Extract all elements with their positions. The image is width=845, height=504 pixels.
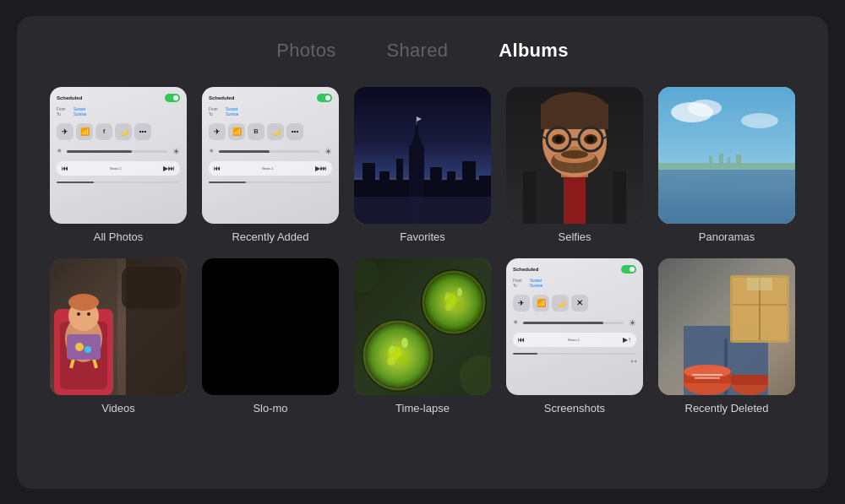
cc-to-value-3: Sunrise bbox=[530, 284, 542, 288]
nav-item-photos[interactable]: Photos bbox=[276, 40, 335, 62]
cc-media-controls: ⏮ Beats 1 ▶ ⏭ bbox=[57, 161, 180, 176]
album-label-favorites: Favorites bbox=[400, 230, 444, 243]
cc-airplane-icon: ✈ bbox=[57, 123, 74, 140]
svg-point-62 bbox=[75, 343, 84, 351]
svg-rect-46 bbox=[719, 154, 723, 165]
cc-toggle bbox=[165, 94, 180, 102]
album-thumb-all-photos: Scheduled From Sunset To Sunrise bbox=[50, 87, 187, 224]
album-label-screenshots: Screenshots bbox=[544, 402, 605, 415]
cc-toggle-2 bbox=[317, 94, 332, 102]
cc-close-icon: ✕ bbox=[571, 295, 588, 312]
album-thumb-selfies bbox=[506, 87, 643, 224]
albums-row-2: Videos Slo-mo bbox=[57, 258, 788, 415]
svg-rect-65 bbox=[122, 267, 181, 309]
album-slomo[interactable]: Slo-mo bbox=[202, 258, 339, 415]
album-label-selfies: Selfies bbox=[558, 230, 591, 243]
svg-point-80 bbox=[445, 304, 452, 311]
panoramas-svg bbox=[658, 87, 795, 224]
brightness-icon-2: ☀ bbox=[209, 148, 214, 154]
nav-item-albums[interactable]: Albums bbox=[499, 40, 568, 62]
cc-to-label-3: To bbox=[513, 284, 526, 288]
album-label-panoramas: Panoramas bbox=[699, 230, 755, 243]
album-thumb-slomo bbox=[202, 258, 339, 395]
cc-from-value-3: Sunset bbox=[530, 279, 542, 283]
album-thumb-recently-deleted bbox=[658, 258, 795, 395]
svg-rect-93 bbox=[731, 375, 768, 385]
svg-rect-47 bbox=[728, 157, 730, 165]
albums-row-1: Scheduled From Sunset To Sunrise bbox=[57, 87, 788, 243]
album-thumb-panoramas bbox=[658, 87, 795, 224]
svg-point-58 bbox=[68, 294, 99, 311]
album-thumb-recently-added: Scheduled From Sunset To Sunrise bbox=[202, 87, 339, 224]
videos-svg bbox=[50, 258, 187, 395]
album-recently-deleted[interactable]: Recently Deleted bbox=[658, 258, 795, 415]
album-panoramas[interactable]: Panoramas bbox=[658, 87, 795, 243]
album-thumb-videos bbox=[50, 258, 187, 395]
svg-point-82 bbox=[457, 288, 462, 296]
svg-point-59 bbox=[77, 312, 80, 316]
album-label-recently-added: Recently Added bbox=[232, 230, 308, 243]
cc-track-title: Beats 1 bbox=[68, 166, 163, 171]
cc-moon-icon-3: 🌙 bbox=[552, 295, 569, 312]
cc-facebook-icon: f bbox=[95, 123, 112, 140]
svg-point-63 bbox=[84, 346, 91, 353]
cc-to-value: Sunrise bbox=[74, 112, 86, 117]
svg-point-33 bbox=[587, 136, 594, 143]
album-screenshots[interactable]: Scheduled From Sunset To Sunrise bbox=[506, 258, 643, 415]
svg-point-72 bbox=[387, 357, 395, 366]
brightness-max-icon: ☀ bbox=[172, 147, 180, 156]
cc-to-value-2: Sunrise bbox=[226, 112, 238, 117]
album-all-photos[interactable]: Scheduled From Sunset To Sunrise bbox=[50, 87, 187, 243]
svg-point-60 bbox=[87, 312, 90, 316]
album-label-timelapse: Time-lapse bbox=[395, 402, 450, 415]
cc-to-label: To bbox=[57, 112, 70, 117]
album-thumb-timelapse bbox=[354, 258, 491, 395]
cc-from-value: Sunset bbox=[74, 107, 85, 111]
svg-point-75 bbox=[390, 345, 395, 354]
cc-wifi-icon-3: 📶 bbox=[532, 295, 549, 312]
cc-sched-label: Scheduled bbox=[57, 95, 82, 100]
svg-rect-22 bbox=[541, 104, 608, 129]
album-selfies[interactable]: Selfies bbox=[506, 87, 643, 243]
cc-wifi-icon: 📶 bbox=[76, 123, 93, 140]
cc-moon-icon-2: 🌙 bbox=[267, 123, 284, 140]
cc-sched-label-3: Scheduled bbox=[513, 267, 538, 272]
album-recently-added[interactable]: Scheduled From Sunset To Sunrise bbox=[202, 87, 339, 243]
brightness-max-icon-2: ☀ bbox=[324, 147, 332, 156]
brightness-icon: ☀ bbox=[57, 148, 62, 154]
album-timelapse[interactable]: Time-lapse bbox=[354, 258, 491, 415]
album-label-slomo: Slo-mo bbox=[253, 402, 287, 415]
cc-to-label-2: To bbox=[209, 112, 222, 117]
albums-container: Scheduled From Sunset To Sunrise bbox=[17, 79, 828, 489]
svg-rect-18 bbox=[564, 171, 586, 224]
favorites-svg bbox=[354, 87, 491, 224]
timelapse-svg bbox=[354, 258, 491, 395]
cc-bt-icon: B bbox=[248, 123, 264, 140]
svg-point-91 bbox=[684, 365, 731, 378]
cc-share-icon: ↑ bbox=[628, 336, 631, 344]
album-label-all-photos: All Photos bbox=[94, 230, 144, 243]
cc-from-label-3: From bbox=[513, 279, 526, 283]
tv-frame: Photos Shared Albums Scheduled From Suns… bbox=[17, 16, 828, 489]
cc-from-label: From bbox=[57, 107, 70, 111]
svg-rect-48 bbox=[736, 154, 741, 165]
svg-point-44 bbox=[741, 113, 778, 128]
svg-point-43 bbox=[688, 100, 722, 117]
cc-media-controls-2: ⏮ Beats 1 ▶ ⏭ bbox=[209, 161, 332, 176]
album-favorites[interactable]: Favorites bbox=[354, 87, 491, 243]
cc-media-controls-3: ⏮ Beats 1 ▶ ↑ bbox=[513, 333, 636, 347]
svg-rect-100 bbox=[747, 278, 772, 290]
cc-prev-icon: ⏮ bbox=[62, 165, 68, 172]
cc-more-icon: ••• bbox=[134, 123, 151, 140]
cc-from-label-2: From bbox=[209, 107, 222, 111]
nav-item-shared[interactable]: Shared bbox=[387, 40, 449, 62]
cc-airplane-icon-3: ✈ bbox=[513, 295, 530, 312]
cc-track-title-2: Beats 1 bbox=[221, 166, 315, 171]
svg-rect-7 bbox=[415, 125, 418, 135]
brightness-max-icon-3: ☀ bbox=[629, 318, 636, 328]
cc-more-icon-2: ••• bbox=[286, 123, 303, 140]
svg-point-71 bbox=[398, 355, 408, 365]
cc-toggle-3 bbox=[621, 265, 636, 274]
album-videos[interactable]: Videos bbox=[50, 258, 187, 415]
brightness-icon-3: ☀ bbox=[513, 319, 518, 326]
